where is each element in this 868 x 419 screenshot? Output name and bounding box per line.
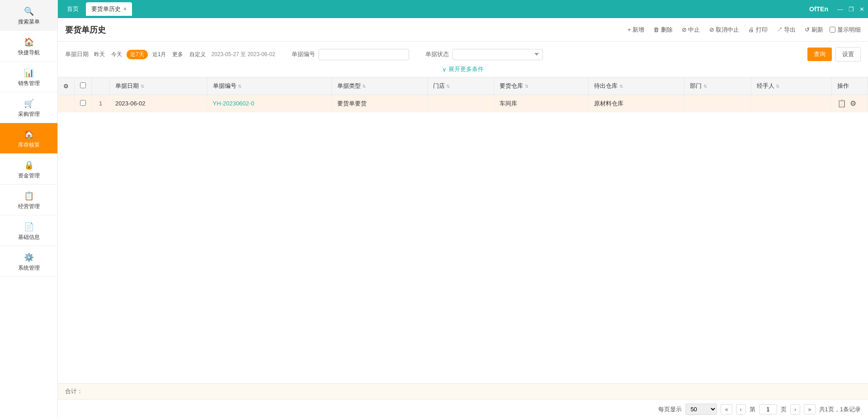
table-container: ⚙ 单据日期 ⇅ 单据编号 ⇅ 单据类型 ⇅: [58, 77, 868, 383]
row-checkbox[interactable]: [80, 100, 86, 106]
first-page-button[interactable]: «: [721, 404, 732, 414]
shortcut-7days[interactable]: 近7天: [127, 50, 148, 59]
sidebar-item-inventory[interactable]: 🏠 库存核算: [0, 123, 57, 154]
sidebar-item-basic-info[interactable]: 📄 基础信息: [0, 215, 57, 246]
sidebar-item-finance-mgmt[interactable]: 🔒 资金管理: [0, 154, 57, 185]
cell-req-warehouse: 车间库: [494, 95, 589, 112]
per-page-label: 每页显示: [658, 405, 682, 414]
tab-bar: 首页 要货单历史 × OfTEn — ❐ ✕: [58, 0, 868, 18]
col-store[interactable]: 门店 ⇅: [427, 77, 494, 95]
purchase-icon: 🛒: [24, 99, 34, 109]
sidebar-item-label: 资金管理: [18, 172, 40, 180]
data-table: ⚙ 单据日期 ⇅ 单据编号 ⇅ 单据类型 ⇅: [58, 77, 868, 112]
table-row: 1 2023-06-02 YH-20230602-0 要货单要货 车间库 原材料…: [58, 95, 868, 112]
display-detail-toggle[interactable]: 显示明细: [830, 26, 861, 34]
filter-area: 单据日期 昨天 今天 近7天 近1月 更多 自定义 2023-05-27 至 2…: [58, 42, 868, 77]
sort-icon: ⇅: [619, 84, 623, 89]
prev-page-button[interactable]: ‹: [736, 404, 746, 414]
restore-button[interactable]: ❐: [849, 6, 854, 13]
tab-close-button[interactable]: ×: [123, 6, 127, 12]
sidebar-item-label: 搜索菜单: [18, 18, 40, 26]
cell-department: [684, 95, 751, 112]
col-checkbox: [75, 77, 92, 95]
sidebar-item-label: 采购管理: [18, 110, 40, 118]
cell-doc-type: 要货单要货: [331, 95, 427, 112]
refresh-button[interactable]: ↺ 刷新: [802, 24, 826, 36]
sidebar-item-label: 库存核算: [18, 141, 40, 149]
basic-info-icon: 📄: [24, 222, 34, 232]
cell-operations: 📋 ⚙: [832, 95, 868, 112]
shortcut-custom[interactable]: 自定义: [188, 50, 208, 59]
col-department[interactable]: 部门 ⇅: [684, 77, 751, 95]
delete-row-icon[interactable]: ⚙: [850, 99, 856, 108]
cell-doc-date: 2023-06-02: [110, 95, 208, 112]
stop-button[interactable]: ⊘ 中止: [679, 24, 703, 36]
cell-doc-number: YH-20230602-0: [207, 95, 331, 112]
doc-status-select[interactable]: [453, 49, 543, 60]
cancel-stop-button[interactable]: ⊘ 取消中止: [707, 24, 742, 36]
page-label: 第: [750, 405, 755, 414]
footer-total-label: 合计：: [65, 387, 83, 395]
col-doc-number[interactable]: 单据编号 ⇅: [207, 77, 331, 95]
doc-number-input[interactable]: [319, 49, 409, 60]
export-button[interactable]: ↗ 导出: [774, 24, 799, 36]
operations-cell: 📋 ⚙: [837, 99, 862, 108]
sidebar-item-label: 系统管理: [18, 264, 40, 272]
col-settings[interactable]: ⚙: [58, 77, 75, 95]
display-detail-checkbox[interactable]: [830, 27, 835, 33]
sort-icon: ⇅: [525, 84, 528, 89]
sidebar: 🔍 搜索菜单 🏠 快捷导航 📊 销售管理 🛒 采购管理 🏠 库存核算 🔒 资金管…: [0, 0, 58, 419]
main-area: 首页 要货单历史 × OfTEn — ❐ ✕ 要货单历史 + 新增 🗑 删除 ⊘…: [58, 0, 868, 419]
system-icon: ⚙️: [24, 252, 34, 262]
sidebar-item-search-menu[interactable]: 🔍 搜索菜单: [0, 0, 57, 31]
col-doc-date[interactable]: 单据日期 ⇅: [110, 77, 208, 95]
sidebar-item-sales-mgmt[interactable]: 📊 销售管理: [0, 62, 57, 92]
shortcut-more[interactable]: 更多: [170, 50, 185, 59]
edit-icon[interactable]: 📋: [837, 99, 846, 108]
doc-number-filter-item: 单据编号: [292, 49, 409, 60]
cell-checkbox: [75, 95, 92, 112]
chevron-down-icon: ∨: [442, 66, 447, 73]
sidebar-item-purchase-mgmt[interactable]: 🛒 采购管理: [0, 92, 57, 123]
sidebar-item-operations-mgmt[interactable]: 📋 经营管理: [0, 185, 57, 215]
minimize-button[interactable]: —: [837, 6, 843, 13]
next-page-button[interactable]: ›: [790, 404, 800, 414]
delete-button[interactable]: 🗑 删除: [651, 24, 675, 36]
close-window-button[interactable]: ✕: [859, 6, 864, 13]
sidebar-item-quick-nav[interactable]: 🏠 快捷导航: [0, 31, 57, 62]
date-range-display: 2023-05-27 至 2023-06-02: [211, 51, 275, 58]
sidebar-item-system-mgmt[interactable]: ⚙️ 系统管理: [0, 246, 57, 277]
brand-name: OfTEn: [809, 5, 828, 13]
print-button[interactable]: 🖨 打印: [745, 24, 770, 36]
settings-button[interactable]: 设置: [835, 47, 861, 62]
expand-filter-button[interactable]: ∨ 展开更多条件: [442, 65, 484, 73]
sort-icon: ⇅: [362, 84, 366, 89]
new-button[interactable]: + 新增: [625, 24, 647, 36]
date-filter-item: 单据日期 昨天 今天 近7天 近1月 更多 自定义 2023-05-27 至 2…: [65, 50, 275, 59]
search-menu-icon: 🔍: [24, 6, 34, 16]
filter-row-1: 单据日期 昨天 今天 近7天 近1月 更多 自定义 2023-05-27 至 2…: [65, 47, 861, 62]
page-title: 要货单历史: [65, 24, 625, 35]
doc-number-link[interactable]: YH-20230602-0: [213, 100, 255, 107]
query-button[interactable]: 查询: [807, 48, 832, 61]
page-input[interactable]: [759, 404, 777, 414]
tab-home[interactable]: 首页: [61, 2, 84, 16]
shortcut-yesterday[interactable]: 昨天: [92, 50, 107, 59]
sort-icon: ⇅: [703, 84, 707, 89]
shortcut-today[interactable]: 今天: [109, 50, 124, 59]
tab-active[interactable]: 要货单历史 ×: [86, 2, 132, 16]
date-shortcuts: 昨天 今天 近7天 近1月 更多 自定义: [92, 50, 208, 59]
shortcut-1month[interactable]: 近1月: [151, 50, 168, 59]
per-page-select[interactable]: 50 10 20 100: [685, 404, 717, 415]
table-header-row: ⚙ 单据日期 ⇅ 单据编号 ⇅ 单据类型 ⇅: [58, 77, 868, 95]
quick-nav-icon: 🏠: [24, 37, 34, 47]
cell-handler: [751, 95, 831, 112]
col-doc-type[interactable]: 单据类型 ⇅: [331, 77, 427, 95]
col-req-warehouse[interactable]: 要货仓库 ⇅: [494, 77, 589, 95]
last-page-button[interactable]: »: [804, 404, 815, 414]
col-pending-warehouse[interactable]: 待出仓库 ⇅: [589, 77, 684, 95]
col-operations: 操作: [832, 77, 868, 95]
total-info: 共1页，1条记录: [819, 405, 861, 414]
col-handler[interactable]: 经手人 ⇅: [751, 77, 831, 95]
select-all-checkbox[interactable]: [80, 82, 86, 88]
